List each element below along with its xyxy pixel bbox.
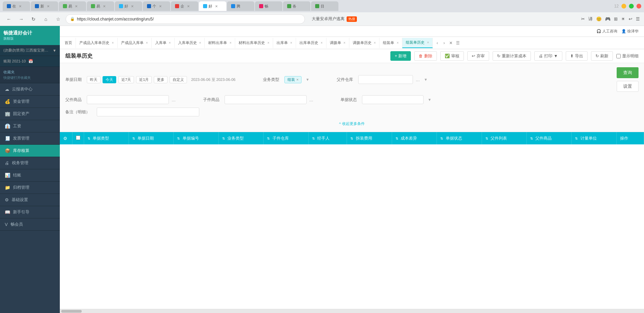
sidebar-item-cloud-reports[interactable]: ☁ 云报表中心: [0, 83, 60, 96]
last1month-btn[interactable]: 近1月: [136, 76, 152, 83]
sidebar-item-settings[interactable]: ⚙ 基础设置: [0, 194, 60, 206]
tab-close-1[interactable]: ✕: [19, 4, 22, 8]
game-icon[interactable]: 🎮: [605, 16, 611, 22]
parent-warehouse-input[interactable]: [358, 75, 413, 84]
bookmark-btn[interactable]: ☆: [53, 14, 63, 24]
forward-btn[interactable]: →: [16, 14, 26, 24]
tab-fgi-close[interactable]: ×: [146, 41, 148, 45]
tab-transfer[interactable]: 调拨单 ×: [326, 38, 349, 48]
period-selector[interactable]: 账期 2021-10 📅: [0, 56, 60, 67]
sidebar-item-finance[interactable]: 💰 资金管理: [0, 96, 60, 108]
th-doc-status[interactable]: ⇅ 单据状态: [437, 132, 482, 144]
tab-asm-close[interactable]: ×: [397, 41, 399, 45]
tab-mo-close[interactable]: ×: [229, 41, 231, 45]
table-settings-icon[interactable]: ⚙: [63, 136, 67, 141]
tab-moh-close[interactable]: ×: [267, 41, 269, 45]
delete-btn[interactable]: 🗑 删除: [414, 51, 437, 61]
back-btn[interactable]: ←: [4, 14, 14, 24]
business-type-dropdown[interactable]: ▼: [306, 77, 309, 82]
show-detail-checkbox-wrapper[interactable]: 显示明细: [616, 53, 639, 59]
new-btn[interactable]: + 新增: [390, 51, 411, 61]
parent-goods-input[interactable]: [87, 95, 169, 104]
scroll-thumb[interactable]: [61, 310, 82, 313]
today-btn[interactable]: 今天: [103, 76, 116, 83]
th-parent-goods[interactable]: ⇅ 父件商品: [527, 132, 572, 144]
business-tag-remove[interactable]: ×: [296, 77, 298, 82]
export-btn[interactable]: ⬆ 导出: [566, 51, 588, 61]
audit-btn[interactable]: ✅ 审核: [440, 51, 464, 61]
browser-tab-1[interactable]: 在 ✕: [3, 1, 30, 11]
close-btn[interactable]: [636, 4, 641, 9]
tab-close-2[interactable]: ✕: [47, 4, 50, 8]
translate-icon[interactable]: 译: [588, 16, 593, 22]
sidebar-item-inventory[interactable]: 📦 库存核算: [0, 145, 60, 157]
tab-home[interactable]: 首页: [61, 38, 76, 48]
th-settings[interactable]: ⚙: [60, 132, 72, 144]
last7days-btn[interactable]: 近7天: [118, 76, 134, 83]
th-handler[interactable]: ⇅ 经手人: [308, 132, 347, 144]
tab-close-5[interactable]: ✕: [131, 4, 134, 8]
browser-tab-8[interactable]: 好 ✕: [199, 1, 226, 11]
tab-close-6[interactable]: ✕: [159, 4, 162, 8]
tab-assembly[interactable]: 组装单 ×: [379, 38, 402, 48]
remark-input[interactable]: [97, 108, 199, 116]
tab-asmh-close[interactable]: ×: [427, 41, 429, 44]
th-child-warehouse[interactable]: ⇅ 子件仓库: [264, 132, 308, 144]
th-parent-list[interactable]: ⇅ 父件列表: [482, 132, 526, 144]
th-doc-date[interactable]: ⇅ 单据日期: [129, 132, 173, 144]
sidebar-item-tax[interactable]: 🖨 税务管理: [0, 157, 60, 169]
recalc-btn[interactable]: ↻ 重新计算成本: [493, 51, 531, 61]
consultant-btn[interactable]: 🎧 人工咨询: [596, 29, 617, 34]
sidebar-item-guide[interactable]: 📖 新手引导: [0, 206, 60, 218]
browser-tab-7[interactable]: 企 ✕: [171, 1, 198, 11]
th-checkbox[interactable]: [72, 132, 84, 144]
browser-tab-4[interactable]: 易 ✕: [87, 1, 114, 11]
tab-receipt-history[interactable]: 入库单历史 ×: [175, 38, 205, 48]
tab-out-history[interactable]: 出库单历史 ×: [296, 38, 326, 48]
tab-material-out[interactable]: 材料出库单 ×: [205, 38, 235, 48]
favorites-section[interactable]: 收藏夹 快捷键打开收藏夹: [0, 67, 60, 83]
tab-scroll-right[interactable]: ›: [441, 40, 447, 46]
tab-close-3[interactable]: ✕: [75, 4, 78, 8]
tab-trh-close[interactable]: ×: [374, 41, 376, 45]
refresh-browser-btn[interactable]: ↻: [29, 14, 38, 24]
query-btn[interactable]: 查询: [617, 67, 639, 78]
parent-goods-more-btn[interactable]: ...: [172, 97, 176, 102]
sidebar-item-membership[interactable]: V 畅会员: [0, 218, 60, 231]
show-detail-checkbox[interactable]: [616, 54, 621, 58]
doc-status-input[interactable]: [362, 95, 424, 104]
horizontal-scrollbar[interactable]: [60, 309, 644, 313]
filter-settings-btn[interactable]: 设置: [617, 81, 639, 92]
page-refresh-btn[interactable]: ↻ 刷新: [591, 51, 613, 61]
parent-warehouse-more-btn[interactable]: ...: [416, 77, 420, 82]
tab-out-close[interactable]: ×: [290, 41, 292, 45]
tab-receipt-close[interactable]: ×: [169, 41, 171, 45]
child-goods-more-btn[interactable]: ...: [309, 97, 313, 102]
th-disassembly-cost[interactable]: ⇅ 拆装费用: [347, 132, 392, 144]
browser-tab-6[interactable]: 个 ✕: [143, 1, 170, 11]
child-goods-input[interactable]: [225, 95, 307, 104]
tab-tr-close[interactable]: ×: [344, 41, 346, 45]
doc-status-dropdown[interactable]: ▼: [428, 98, 431, 102]
tab-finished-goods-in-history[interactable]: 产成品入库单历史 ×: [76, 38, 118, 48]
th-business-type[interactable]: ⇅ 业务类型: [218, 132, 263, 144]
tab-close-7[interactable]: ✕: [187, 4, 190, 8]
yesterday-btn[interactable]: 昨天: [87, 76, 100, 83]
address-bar[interactable]: 🔒 https://cloud.chanjet.com/accounting/u…: [66, 14, 305, 24]
browser-tab-2[interactable]: 新 ✕: [31, 1, 58, 11]
sidebar-item-payroll[interactable]: 👔 工资: [0, 120, 60, 132]
menu-icon[interactable]: ☰: [636, 16, 640, 22]
tab-transfer-history[interactable]: 调拨单历史 ×: [349, 38, 380, 48]
sidebar-item-fixed-assets[interactable]: 🏢 固定资产: [0, 108, 60, 120]
tab-finished-goods-in[interactable]: 产成品入库单 ×: [118, 38, 152, 48]
parent-warehouse-dropdown[interactable]: ▼: [424, 77, 428, 82]
browser-tab-12[interactable]: 目: [311, 1, 338, 11]
tab-more-menu[interactable]: ☰: [455, 40, 461, 46]
brightness-icon[interactable]: ☀: [621, 16, 625, 22]
th-unit[interactable]: ⇅ 计量单位: [572, 132, 617, 144]
sidebar-item-checkout[interactable]: 📊 结账: [0, 169, 60, 182]
tab-scroll-left[interactable]: ‹: [434, 40, 440, 46]
tab-material-out-history[interactable]: 材料出库单历史 ×: [235, 38, 273, 48]
tab-assembly-history[interactable]: 组装单历史 ×: [402, 38, 433, 48]
browser-tab-5[interactable]: 好 ✕: [115, 1, 142, 11]
